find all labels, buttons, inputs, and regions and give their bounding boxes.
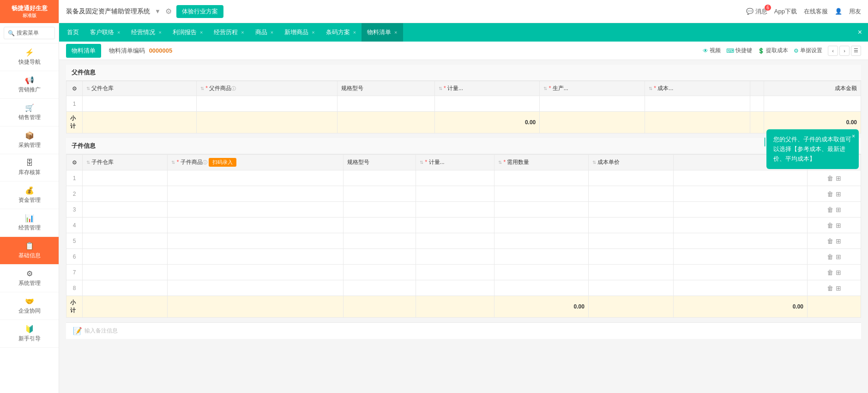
child-unit-cell[interactable] — [416, 202, 494, 218]
child-unit-cell[interactable] — [416, 280, 494, 296]
child-product-cell[interactable] — [168, 170, 344, 186]
sidebar-item-coop[interactable]: 🤝 企业协同 — [0, 292, 59, 320]
tab-bom-close[interactable]: × — [394, 30, 397, 35]
tab-profit[interactable]: 利润报告 × — [167, 23, 208, 42]
child-unit-cell[interactable] — [416, 265, 494, 280]
child-product-cell[interactable] — [168, 265, 344, 280]
tab-barcode[interactable]: 条码方案 × — [320, 23, 362, 42]
view-action[interactable]: 👁 视频 — [703, 47, 721, 54]
child-warehouse-cell[interactable] — [83, 265, 168, 280]
child-quantity-cell[interactable] — [494, 280, 589, 296]
app-download-link[interactable]: App下载 — [774, 7, 797, 16]
sidebar-item-business[interactable]: 📊 经营管理 — [0, 209, 59, 237]
child-unit-cost-cell[interactable] — [588, 265, 673, 280]
parent-warehouse-cell[interactable] — [83, 96, 197, 112]
child-product-cell[interactable] — [168, 233, 344, 249]
tab-business-history-close[interactable]: × — [241, 30, 244, 35]
child-spec-cell[interactable] — [344, 249, 416, 265]
child-unit-cost-cell[interactable] — [588, 170, 673, 186]
child-unit-cost-cell[interactable] — [588, 218, 673, 233]
child-spec-cell[interactable] — [344, 186, 416, 202]
child-col-settings[interactable]: ⚙ — [66, 155, 83, 170]
parent-cost-cell[interactable] — [645, 96, 750, 112]
child-warehouse-cell[interactable] — [83, 249, 168, 265]
child-warehouse-cell[interactable] — [83, 233, 168, 249]
sub-tab-bom-list[interactable]: 物料清单 — [66, 44, 101, 58]
child-warehouse-cell[interactable] — [83, 186, 168, 202]
sidebar-item-marketing[interactable]: 📢 营销推广 — [0, 71, 59, 99]
copy-row-button[interactable]: ⊞ — [836, 269, 841, 276]
parent-product-cell[interactable] — [197, 96, 338, 112]
child-quantity-cell[interactable] — [494, 233, 589, 249]
nav-prev-button[interactable]: ‹ — [828, 46, 838, 56]
tab-new-product-close[interactable]: × — [312, 30, 314, 35]
child-warehouse-cell[interactable] — [83, 202, 168, 218]
delete-row-button[interactable]: 🗑 — [827, 190, 833, 198]
copy-row-button[interactable]: ⊞ — [836, 237, 841, 245]
child-spec-cell[interactable] — [344, 218, 416, 233]
child-spec-cell[interactable] — [344, 170, 416, 186]
child-spec-cell[interactable] — [344, 233, 416, 249]
child-product-cell[interactable] — [168, 186, 344, 202]
child-quantity-cell[interactable] — [494, 218, 589, 233]
tab-profit-close[interactable]: × — [200, 30, 203, 35]
child-quantity-cell[interactable] — [494, 202, 589, 218]
sidebar-item-purchase[interactable]: 📦 采购管理 — [0, 127, 59, 154]
child-product-cell[interactable] — [168, 249, 344, 265]
child-product-cell[interactable] — [168, 280, 344, 296]
tooltip-close-button[interactable]: × — [852, 132, 855, 141]
child-quantity-cell[interactable] — [494, 249, 589, 265]
settings-icon[interactable]: ⚙ — [165, 7, 172, 16]
sidebar-item-guide[interactable]: 🔰 新手引导 — [0, 320, 59, 348]
child-unit-cost-cell[interactable] — [588, 233, 673, 249]
child-spec-cell[interactable] — [344, 265, 416, 280]
child-unit-cost-cell[interactable] — [588, 202, 673, 218]
tab-business-status-close[interactable]: × — [158, 30, 161, 35]
child-product-cell[interactable] — [168, 202, 344, 218]
copy-row-button[interactable]: ⊞ — [836, 222, 841, 229]
delete-row-button[interactable]: 🗑 — [827, 206, 833, 213]
delete-row-button[interactable]: 🗑 — [827, 237, 833, 245]
child-quantity-cell[interactable] — [494, 265, 589, 280]
sidebar-item-finance[interactable]: 💰 资金管理 — [0, 181, 59, 209]
cost-action[interactable]: 💲 提取成本 — [758, 47, 788, 54]
sidebar-item-system[interactable]: ⚙ 系统管理 — [0, 265, 59, 292]
parent-unit-cell[interactable] — [434, 96, 540, 112]
copy-row-button[interactable]: ⊞ — [836, 206, 841, 213]
delete-row-button[interactable]: 🗑 — [827, 175, 833, 182]
tab-customer[interactable]: 客户联络 × — [84, 23, 126, 42]
child-quantity-cell[interactable] — [494, 186, 589, 202]
parent-produce-cell[interactable] — [540, 96, 645, 112]
delete-row-button[interactable]: 🗑 — [827, 269, 833, 276]
delete-row-button[interactable]: 🗑 — [827, 253, 833, 260]
sidebar-item-sales[interactable]: 🛒 销售管理 — [0, 99, 59, 127]
child-unit-cost-cell[interactable] — [588, 249, 673, 265]
sidebar-item-inventory[interactable]: 🗄 库存核算 — [0, 154, 59, 181]
trial-button[interactable]: 体验行业方案 — [176, 5, 223, 18]
tab-new-product[interactable]: 新增商品 × — [279, 23, 320, 42]
child-unit-cell[interactable] — [416, 170, 494, 186]
tab-home[interactable]: 首页 — [61, 23, 84, 42]
nav-menu-button[interactable]: ☰ — [851, 46, 861, 56]
child-warehouse-cell[interactable] — [83, 280, 168, 296]
child-unit-cost-cell[interactable] — [588, 280, 673, 296]
copy-row-button[interactable]: ⊞ — [836, 284, 841, 292]
sub-tab-bom-code[interactable]: 物料清单编码 0000005 — [103, 44, 178, 58]
tab-customer-close[interactable]: × — [117, 30, 120, 35]
sidebar-item-quick-nav[interactable]: ⚡ 快捷导航 — [0, 43, 59, 71]
single-settings-action[interactable]: ⚙ 单据设置 — [794, 47, 822, 54]
parent-col-settings[interactable]: ⚙ — [66, 81, 83, 96]
tab-business-status[interactable]: 经营情况 × — [126, 23, 167, 42]
child-unit-cell[interactable] — [416, 233, 494, 249]
child-unit-cell[interactable] — [416, 218, 494, 233]
child-product-cell[interactable] — [168, 218, 344, 233]
search-menu-button[interactable]: 🔍 搜索菜单 — [4, 27, 55, 39]
scan-input-button[interactable]: 扫码录入 — [209, 158, 236, 167]
child-unit-cell[interactable] — [416, 249, 494, 265]
message-notif[interactable]: 💬 消息 6 — [746, 7, 767, 16]
sidebar-item-basic-info[interactable]: 📋 基础信息 — [0, 237, 59, 265]
tab-product[interactable]: 商品 × — [250, 23, 279, 42]
tab-barcode-close[interactable]: × — [353, 30, 356, 35]
child-warehouse-cell[interactable] — [83, 170, 168, 186]
user-label[interactable]: 用友 — [849, 7, 861, 16]
